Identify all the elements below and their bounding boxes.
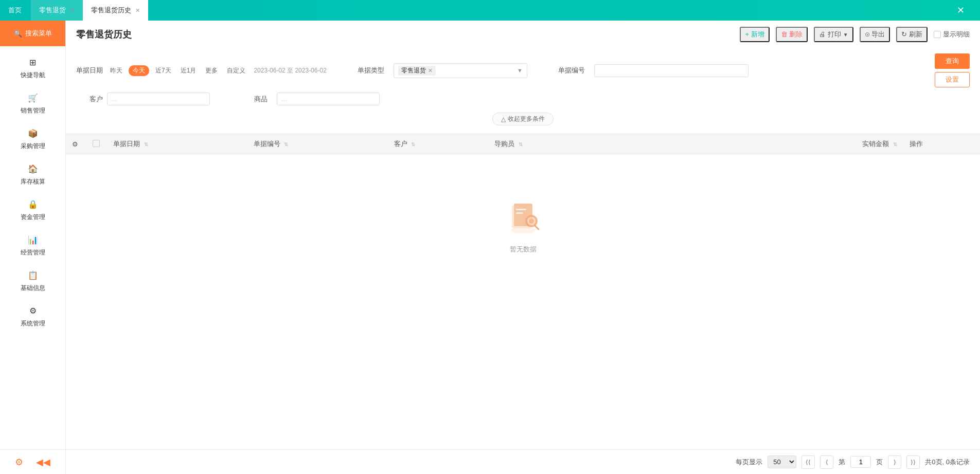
delete-button[interactable]: 🗑 删除 xyxy=(776,27,808,42)
th-amount-label: 实销金额 xyxy=(862,140,889,148)
top-bar: 首页 零售退货 ✕ 零售退货历史 ✕ ✕ xyxy=(0,0,980,21)
tab-retail-return-close[interactable]: ✕ xyxy=(70,7,75,14)
purchase-mgmt-icon: 📦 xyxy=(27,127,39,139)
filter-row-date: 单据日期 昨天 今天 近7天 近1月 更多 自定义 2023-06-02 至 2… xyxy=(76,53,970,87)
print-button-label: 🖨 打印 xyxy=(819,30,841,39)
date-opt-more[interactable]: 更多 xyxy=(202,65,221,76)
date-opt-yesterday[interactable]: 昨天 xyxy=(107,65,126,76)
sidebar-item-basic-info[interactable]: 📋 基础信息 xyxy=(0,263,65,299)
delete-button-label: 🗑 删除 xyxy=(781,30,803,39)
voucher-type-select[interactable]: 零售退货 ✕ ▼ xyxy=(394,63,527,78)
next-page-button[interactable]: ⟩ xyxy=(888,455,901,469)
content-area: 零售退货历史 + 新增 🗑 删除 🖨 打印 ▼ ⊙ 导出 xyxy=(66,21,980,474)
date-range-text: 2023-06-02 至 2023-06-02 xyxy=(254,66,326,75)
sidebar-search[interactable]: 🔍 搜索菜单 xyxy=(0,21,65,46)
sidebar-item-quick-nav[interactable]: ⊞ 快捷导航 xyxy=(0,50,65,86)
sidebar-item-sales-mgmt[interactable]: 🛒 销售管理 xyxy=(0,86,65,121)
sidebar-item-finance[interactable]: 🔒 资金管理 xyxy=(0,192,65,228)
th-guide-label: 导购员 xyxy=(494,140,514,148)
page-input[interactable] xyxy=(850,456,871,468)
per-page-label: 每页显示 xyxy=(736,458,762,467)
th-customer[interactable]: 客户 ⇅ xyxy=(388,134,488,154)
date-options: 昨天 今天 近7天 近1月 更多 自定义 2023-06-02 至 2023-0… xyxy=(107,65,327,76)
sidebar-item-label-inventory: 库存核算 xyxy=(21,177,45,186)
collapse-icon: △ xyxy=(501,116,506,123)
goods-input[interactable]: ... xyxy=(277,93,380,105)
finance-icon: 🔒 xyxy=(27,198,39,210)
empty-text: 暂无数据 xyxy=(510,245,537,254)
date-opt-today[interactable]: 今天 xyxy=(129,65,149,76)
th-amount[interactable]: 实销金额 ⇅ xyxy=(763,134,903,154)
th-checkbox[interactable] xyxy=(86,134,107,154)
system-mgmt-icon: ⚙ xyxy=(27,305,39,316)
voucher-no-label: 单据编号 xyxy=(558,66,589,75)
table-body: 暂无数据 xyxy=(66,154,980,296)
refresh-button-label: ↻ 刷新 xyxy=(901,30,922,39)
date-opt-7days[interactable]: 近7天 xyxy=(152,65,174,76)
query-button[interactable]: 查询 xyxy=(935,53,970,69)
th-no-label: 单据编号 xyxy=(254,140,280,148)
settings-bottom-icon[interactable]: ⚙ xyxy=(15,457,23,468)
date-filter-label: 单据日期 xyxy=(76,66,107,75)
empty-state-row: 暂无数据 xyxy=(66,154,980,296)
refresh-button[interactable]: ↻ 刷新 xyxy=(896,27,928,42)
sidebar-item-label-finance: 资金管理 xyxy=(21,213,45,222)
table-header-row: ⚙ 单据日期 ⇅ 单据编号 ⇅ 客户 xyxy=(66,134,980,154)
th-settings[interactable]: ⚙ xyxy=(66,134,86,154)
th-no[interactable]: 单据编号 ⇅ xyxy=(247,134,388,154)
last-page-button[interactable]: ⟩⟩ xyxy=(906,455,920,469)
sidebar: 🔍 搜索菜单 ⊞ 快捷导航 🛒 销售管理 📦 采购管理 🏠 库存核算 🔒 xyxy=(0,21,66,474)
th-date-sort: ⇅ xyxy=(144,141,148,147)
voucher-type-tag: 零售退货 ✕ xyxy=(398,66,436,76)
customer-input[interactable]: ... xyxy=(107,93,210,105)
select-all-checkbox[interactable] xyxy=(93,140,100,147)
tab-retail-return-history-label: 零售退货历史 xyxy=(91,6,131,15)
tab-retail-return-history-close[interactable]: ✕ xyxy=(135,7,140,14)
th-spacer xyxy=(609,134,763,154)
per-page-select[interactable]: 10 20 50 100 xyxy=(768,455,796,468)
th-date-label: 单据日期 xyxy=(113,140,140,148)
date-opt-custom[interactable]: 自定义 xyxy=(224,65,248,76)
date-opt-1month[interactable]: 近1月 xyxy=(177,65,200,76)
sidebar-item-purchase-mgmt[interactable]: 📦 采购管理 xyxy=(0,121,65,157)
print-dropdown-icon: ▼ xyxy=(843,32,848,38)
collapse-button[interactable]: △ 收起更多条件 xyxy=(492,113,554,125)
table-header: ⚙ 单据日期 ⇅ 单据编号 ⇅ 客户 xyxy=(66,134,980,154)
data-table: ⚙ 单据日期 ⇅ 单据编号 ⇅ 客户 xyxy=(66,134,980,295)
filter-row-customer: 客户 ... 商品 ... xyxy=(76,93,970,105)
page-label: 第 xyxy=(839,458,845,467)
new-button-label: + 新增 xyxy=(745,30,764,39)
window-close-button[interactable]: ✕ xyxy=(952,5,970,16)
th-amount-sort: ⇅ xyxy=(893,141,897,147)
new-button[interactable]: + 新增 xyxy=(740,27,769,42)
th-date[interactable]: 单据日期 ⇅ xyxy=(107,134,247,154)
voucher-no-input[interactable] xyxy=(594,64,749,77)
tab-retail-return[interactable]: 零售退货 ✕ xyxy=(31,0,83,21)
th-action-label: 操作 xyxy=(910,140,923,148)
tab-home[interactable]: 首页 xyxy=(0,0,30,21)
th-guide[interactable]: 导购员 ⇅ xyxy=(488,134,609,154)
tab-home-label: 首页 xyxy=(8,6,22,15)
goods-label: 商品 xyxy=(241,95,272,104)
page-title: 零售退货历史 xyxy=(76,28,132,41)
show-detail-checkbox[interactable] xyxy=(934,31,941,38)
sidebar-item-inventory[interactable]: 🏠 库存核算 xyxy=(0,157,65,192)
page-header: 零售退货历史 + 新增 🗑 删除 🖨 打印 ▼ ⊙ 导出 xyxy=(66,21,980,134)
operations-icon: 📊 xyxy=(27,234,39,245)
sidebar-item-operations[interactable]: 📊 经营管理 xyxy=(0,228,65,263)
voucher-type-label: 单据类型 xyxy=(358,66,388,75)
setting-button[interactable]: 设置 xyxy=(935,72,970,87)
voucher-type-tag-close[interactable]: ✕ xyxy=(428,67,433,74)
prev-page-button[interactable]: ⟨ xyxy=(820,455,833,469)
th-guide-sort: ⇅ xyxy=(519,141,523,147)
export-button[interactable]: ⊙ 导出 xyxy=(860,27,890,42)
sidebar-item-system-mgmt[interactable]: ⚙ 系统管理 xyxy=(0,299,65,334)
sidebar-bottom: ⚙ ◀◀ xyxy=(0,449,65,474)
audio-bottom-icon[interactable]: ◀◀ xyxy=(36,457,50,468)
tab-retail-return-history[interactable]: 零售退货历史 ✕ xyxy=(83,0,148,21)
print-button[interactable]: 🖨 打印 ▼ xyxy=(814,27,853,42)
main-layout: 🔍 搜索菜单 ⊞ 快捷导航 🛒 销售管理 📦 采购管理 🏠 库存核算 🔒 xyxy=(0,21,980,474)
sidebar-item-label-operations: 经营管理 xyxy=(21,248,45,257)
first-page-button[interactable]: ⟨⟨ xyxy=(801,455,815,469)
th-customer-sort: ⇅ xyxy=(411,141,415,147)
